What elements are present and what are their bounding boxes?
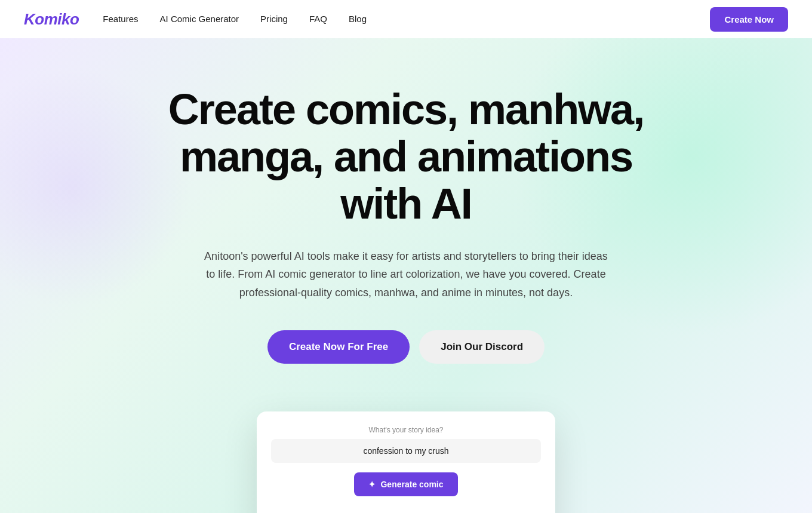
nav-links: Features AI Comic Generator Pricing FAQ … <box>103 14 367 24</box>
hero-section: Create comics, manhwa, manga, and animat… <box>0 38 812 513</box>
sparkle-icon: ✦ <box>368 480 376 489</box>
hero-title: Create comics, manhwa, manga, and animat… <box>137 86 675 228</box>
nav-item-pricing[interactable]: Pricing <box>260 14 288 24</box>
logo[interactable]: Komiko <box>24 10 79 29</box>
nav-link-faq[interactable]: FAQ <box>309 14 327 24</box>
join-discord-button[interactable]: Join Our Discord <box>419 330 545 364</box>
hero-description: Anitoon's powerful AI tools make it easy… <box>203 247 609 302</box>
nav-link-features[interactable]: Features <box>103 14 138 24</box>
demo-preview-card: What's your story idea? confession to my… <box>257 411 555 513</box>
hero-buttons: Create Now For Free Join Our Discord <box>267 330 545 364</box>
hero-content: Create comics, manhwa, manga, and animat… <box>137 38 675 513</box>
nav-item-ai-comic[interactable]: AI Comic Generator <box>160 14 239 24</box>
generate-comic-button[interactable]: ✦ Generate comic <box>354 472 457 496</box>
navbar: Komiko Features AI Comic Generator Prici… <box>0 0 812 38</box>
demo-input-label: What's your story idea? <box>271 426 541 434</box>
nav-link-pricing[interactable]: Pricing <box>260 14 288 24</box>
demo-comic-title: CRUSH CONFESSION CATASTROPHE <box>257 511 555 513</box>
navbar-left: Komiko Features AI Comic Generator Prici… <box>24 10 367 29</box>
navbar-cta-button[interactable]: Create Now <box>710 7 788 32</box>
nav-item-features[interactable]: Features <box>103 14 138 24</box>
nav-link-ai-comic[interactable]: AI Comic Generator <box>160 14 239 24</box>
demo-input-value[interactable]: confession to my crush <box>271 439 541 463</box>
logo-text: Komiko <box>24 10 79 29</box>
demo-inner: What's your story idea? confession to my… <box>257 411 555 511</box>
create-now-free-button[interactable]: Create Now For Free <box>267 330 410 364</box>
nav-item-blog[interactable]: Blog <box>349 14 367 24</box>
nav-link-blog[interactable]: Blog <box>349 14 367 24</box>
generate-comic-label: Generate comic <box>380 480 443 489</box>
nav-item-faq[interactable]: FAQ <box>309 14 327 24</box>
